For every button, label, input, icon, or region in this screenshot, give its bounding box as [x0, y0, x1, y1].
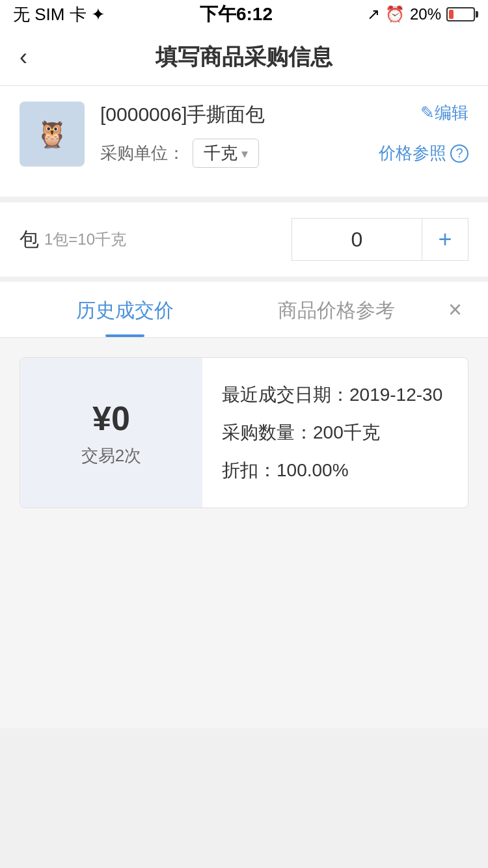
dropdown-arrow-icon: ▾ [241, 146, 248, 161]
sim-signal-text: 无 SIM 卡 ✦ [13, 3, 105, 26]
product-image: 🦉 [20, 102, 85, 167]
discount-row: 折扣：100.00% [222, 457, 448, 484]
qty-label: 包 [20, 226, 39, 253]
history-card-right: 最近成交日期：2019-12-30 采购数量：200千克 折扣：100.00% [202, 358, 468, 508]
price-ref-button[interactable]: 价格参照 ? [379, 142, 468, 165]
status-left: 无 SIM 卡 ✦ [13, 3, 105, 26]
quantity-row: 包 1包=10千克 + [0, 202, 488, 277]
recent-date-row: 最近成交日期：2019-12-30 [222, 381, 448, 409]
purchase-qty-label: 采购数量： [222, 422, 313, 442]
tab-history-label: 历史成交价 [76, 299, 174, 321]
tabs-close-button[interactable]: × [442, 290, 468, 330]
back-button[interactable]: ‹ [13, 37, 34, 77]
status-bar: 无 SIM 卡 ✦ 下午6:12 ↗ ⏰ 20% [0, 0, 488, 29]
edit-label: 编辑 [435, 103, 468, 122]
nav-bar: ‹ 填写商品采购信息 [0, 29, 488, 86]
tabs-bar: 历史成交价 商品价格参考 × [0, 282, 488, 338]
plus-icon: + [438, 226, 452, 253]
history-price: ¥0 [92, 399, 130, 438]
product-unit-row: 采购单位： 千克 ▾ 价格参照 ? [100, 139, 468, 168]
tab-history[interactable]: 历史成交价 [20, 282, 230, 337]
product-title: 手撕面包 [187, 103, 265, 125]
unit-selector[interactable]: 千克 ▾ [193, 139, 259, 168]
qty-input-area: + [291, 218, 468, 261]
qty-input[interactable] [291, 218, 422, 261]
history-trade-count: 交易2次 [81, 444, 141, 467]
product-card: 🦉 [0000006]手撕面包 ✎编辑 采购单位： 千克 ▾ [0, 86, 488, 197]
qty-plus-button[interactable]: + [422, 218, 468, 261]
history-card-left: ¥0 交易2次 [20, 358, 202, 508]
history-card: ¥0 交易2次 最近成交日期：2019-12-30 采购数量：200千克 折扣：… [20, 357, 468, 508]
price-ref-help-icon: ? [450, 144, 468, 163]
product-name-text: [0000006]手撕面包 [100, 102, 265, 128]
purchase-qty-row: 采购数量：200千克 [222, 419, 448, 446]
status-time: 下午6:12 [200, 2, 273, 27]
tab-price-ref[interactable]: 商品价格参考 [230, 282, 441, 337]
page-title: 填写商品采购信息 [156, 42, 332, 72]
product-thumbnail-icon: 🦉 [36, 119, 68, 150]
product-code: [0000006] [100, 103, 187, 125]
price-ref-label: 价格参照 [379, 142, 446, 165]
recent-date-label: 最近成交日期： [222, 385, 349, 405]
unit-label: 采购单位： [100, 142, 185, 165]
price-symbol: ¥ [92, 400, 111, 437]
price-value: 0 [111, 400, 130, 437]
product-unit-left: 采购单位： 千克 ▾ [100, 139, 259, 168]
discount-value: 100.00% [277, 460, 349, 480]
battery-percent: 20% [410, 5, 441, 23]
unit-value: 千克 [204, 142, 237, 165]
discount-label: 折扣： [222, 460, 277, 480]
edit-icon: ✎ [420, 103, 435, 122]
help-icon-text: ? [455, 146, 463, 161]
tab-price-ref-label: 商品价格参考 [278, 299, 395, 321]
alarm-icon: ⏰ [385, 5, 405, 23]
edit-button[interactable]: ✎编辑 [420, 102, 468, 124]
status-right: ↗ ⏰ 20% [367, 5, 475, 23]
product-name: [0000006]手撕面包 ✎编辑 [100, 102, 468, 139]
recent-date-value: 2019-12-30 [349, 385, 442, 405]
product-info: [0000006]手撕面包 ✎编辑 采购单位： 千克 ▾ 价格参照 [100, 102, 468, 168]
purchase-qty-value: 200千克 [313, 422, 380, 442]
history-content: ¥0 交易2次 最近成交日期：2019-12-30 采购数量：200千克 折扣：… [0, 338, 488, 728]
product-header: 🦉 [0000006]手撕面包 ✎编辑 采购单位： 千克 ▾ [20, 102, 468, 168]
qty-sublabel: 1包=10千克 [44, 229, 126, 250]
battery-icon [446, 7, 475, 21]
location-icon: ↗ [367, 5, 380, 23]
